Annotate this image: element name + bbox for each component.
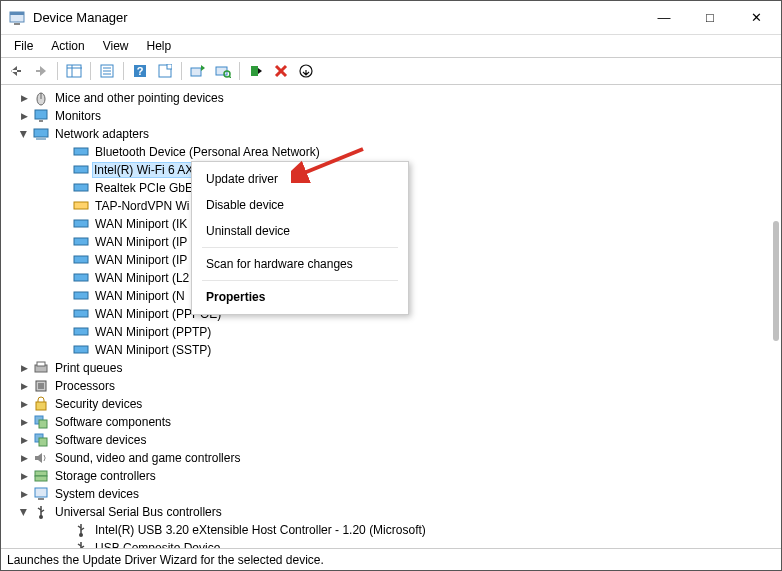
scrollbar-thumb[interactable]: [773, 221, 779, 341]
svg-rect-2: [14, 23, 20, 25]
ctx-properties[interactable]: Properties: [192, 284, 408, 310]
node-label: WAN Miniport (IK: [93, 217, 189, 231]
forward-button[interactable]: [30, 60, 52, 82]
chevron-right-icon[interactable]: ▶: [17, 397, 31, 411]
menu-action[interactable]: Action: [43, 37, 92, 55]
svg-rect-44: [36, 402, 46, 410]
tree-node[interactable]: ▶Processors: [3, 377, 779, 395]
menu-view[interactable]: View: [95, 37, 137, 55]
svg-line-17: [229, 76, 231, 78]
monitor-icon: [33, 108, 49, 124]
toolbar: ?: [1, 57, 781, 85]
uninstall-device-button[interactable]: [295, 60, 317, 82]
tree-node[interactable]: ▶System devices: [3, 485, 779, 503]
menu-help[interactable]: Help: [139, 37, 180, 55]
device-tree-pane[interactable]: ▶Mice and other pointing devices ▶Monito…: [1, 85, 781, 548]
sound-icon: [33, 450, 49, 466]
chevron-right-icon[interactable]: ▶: [17, 379, 31, 393]
node-label: Bluetooth Device (Personal Area Network): [93, 145, 322, 159]
node-label: Software devices: [53, 433, 148, 447]
svg-rect-28: [74, 148, 88, 155]
ctx-disable-device[interactable]: Disable device: [192, 192, 408, 218]
ctx-scan-hardware[interactable]: Scan for hardware changes: [192, 251, 408, 277]
tree-node[interactable]: ▶Security devices: [3, 395, 779, 413]
tree-node[interactable]: ▶Software devices: [3, 431, 779, 449]
tree-node[interactable]: ▶Network adapters: [3, 125, 779, 143]
node-label: WAN Miniport (SSTP): [93, 343, 213, 357]
maximize-button[interactable]: □: [687, 3, 733, 33]
chevron-down-icon[interactable]: ▶: [17, 127, 31, 141]
svg-rect-34: [74, 256, 88, 263]
context-menu-separator: [202, 247, 398, 248]
chevron-right-icon[interactable]: ▶: [17, 415, 31, 429]
svg-rect-13: [167, 64, 172, 69]
chevron-right-icon[interactable]: ▶: [17, 451, 31, 465]
svg-rect-24: [35, 110, 47, 119]
tree-node[interactable]: ·USB Composite Device: [3, 539, 779, 548]
chevron-right-icon[interactable]: ▶: [17, 109, 31, 123]
node-label: Intel(R) USB 3.20 eXtensible Host Contro…: [93, 523, 428, 537]
close-button[interactable]: ✕: [733, 3, 779, 33]
node-label: Software components: [53, 415, 173, 429]
chevron-right-icon[interactable]: ▶: [17, 361, 31, 375]
tree-node[interactable]: ·WAN Miniport (SSTP): [3, 341, 779, 359]
mouse-icon: [33, 90, 49, 106]
cpu-icon: [33, 378, 49, 394]
toolbar-separator: [57, 62, 58, 80]
usb-icon: [73, 522, 89, 538]
action-button[interactable]: [154, 60, 176, 82]
node-label: WAN Miniport (IP: [93, 253, 189, 267]
tree-node[interactable]: ·WAN Miniport (PPTP): [3, 323, 779, 341]
back-button[interactable]: [5, 60, 27, 82]
properties-button[interactable]: [96, 60, 118, 82]
network-adapter-icon: [73, 324, 89, 340]
chevron-right-icon[interactable]: ▶: [17, 91, 31, 105]
svg-rect-51: [35, 488, 47, 497]
system-icon: [33, 486, 49, 502]
svg-rect-30: [74, 184, 88, 191]
enable-device-button[interactable]: [245, 60, 267, 82]
usb-icon: [73, 540, 89, 548]
security-icon: [33, 396, 49, 412]
update-driver-button[interactable]: [187, 60, 209, 82]
network-adapter-icon: [73, 342, 89, 358]
tree-node[interactable]: ▶Mice and other pointing devices: [3, 89, 779, 107]
network-adapter-icon: [73, 162, 89, 178]
network-adapter-icon: [73, 198, 89, 214]
scan-hardware-button[interactable]: [212, 60, 234, 82]
svg-rect-38: [74, 328, 88, 335]
disable-device-button[interactable]: [270, 60, 292, 82]
svg-rect-43: [38, 383, 44, 389]
toolbar-separator: [90, 62, 91, 80]
node-label: Mice and other pointing devices: [53, 91, 226, 105]
node-label: WAN Miniport (L2: [93, 271, 191, 285]
tree-node[interactable]: ▶Universal Serial Bus controllers: [3, 503, 779, 521]
svg-rect-18: [251, 66, 258, 76]
node-label: WAN Miniport (N: [93, 289, 187, 303]
ctx-update-driver[interactable]: Update driver: [192, 166, 408, 192]
tree-node[interactable]: ▶Sound, video and game controllers: [3, 449, 779, 467]
tree-node[interactable]: ▶Software components: [3, 413, 779, 431]
node-label: Monitors: [53, 109, 103, 123]
network-adapter-icon: [73, 270, 89, 286]
status-text: Launches the Update Driver Wizard for th…: [7, 553, 324, 567]
chevron-right-icon[interactable]: ▶: [17, 487, 31, 501]
show-hide-tree-button[interactable]: [63, 60, 85, 82]
menubar: File Action View Help: [1, 35, 781, 57]
help-button[interactable]: ?: [129, 60, 151, 82]
menu-file[interactable]: File: [6, 37, 41, 55]
tree-node[interactable]: ▶Print queues: [3, 359, 779, 377]
svg-text:?: ?: [137, 65, 144, 77]
chevron-down-icon[interactable]: ▶: [17, 505, 31, 519]
svg-rect-41: [37, 362, 45, 366]
tree-node[interactable]: ▶Storage controllers: [3, 467, 779, 485]
tree-node[interactable]: ·Intel(R) USB 3.20 eXtensible Host Contr…: [3, 521, 779, 539]
tree-node[interactable]: ▶Monitors: [3, 107, 779, 125]
node-label: WAN Miniport (PPTP): [93, 325, 213, 339]
chevron-right-icon[interactable]: ▶: [17, 433, 31, 447]
ctx-uninstall-device[interactable]: Uninstall device: [192, 218, 408, 244]
minimize-button[interactable]: —: [641, 3, 687, 33]
node-label: Universal Serial Bus controllers: [53, 505, 224, 519]
tree-node[interactable]: ·Bluetooth Device (Personal Area Network…: [3, 143, 779, 161]
chevron-right-icon[interactable]: ▶: [17, 469, 31, 483]
